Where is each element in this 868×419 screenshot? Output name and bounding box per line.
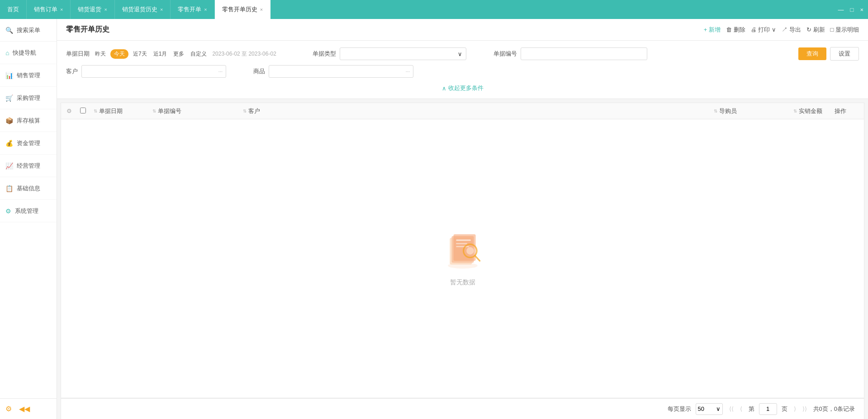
tab-retail-open-history[interactable]: 零售开单历史 × xyxy=(215,0,270,19)
tab-sales-order-close[interactable]: × xyxy=(60,7,63,12)
sidebar-item-base-info[interactable]: 📋 基础信息 xyxy=(0,177,57,200)
print-arrow-icon: ∨ xyxy=(772,26,776,33)
date-shortcut-custom[interactable]: 自定义 xyxy=(189,49,209,59)
page-number-input[interactable] xyxy=(759,403,777,415)
product-filter-input[interactable] xyxy=(269,65,413,78)
sidebar-search[interactable]: 🔍 搜索采单 xyxy=(0,19,57,42)
close-btn[interactable]: × xyxy=(860,6,863,13)
table-col-number[interactable]: ⇅ 单据编号 xyxy=(152,107,243,115)
tab-sales-return[interactable]: 销货退货 × xyxy=(71,0,114,19)
minimize-btn[interactable]: — xyxy=(838,6,844,13)
tab-sales-return-close[interactable]: × xyxy=(104,7,107,12)
add-button[interactable]: + 新增 xyxy=(704,26,721,34)
sidebar-item-purchase-mgmt[interactable]: 🛒 采购管理 xyxy=(0,87,57,109)
tab-home[interactable]: 首页 xyxy=(0,0,27,19)
table-area: ⚙ ⇅ 单据日期 ⇅ 单据编号 ⇅ 客户 ⇅ xyxy=(61,103,864,398)
col-date-label: 单据日期 xyxy=(99,107,123,115)
date-filter-group: 单据日期 昨天 今天 近7天 近1月 更多 自定义 2023-06-02 至 2… xyxy=(66,49,276,59)
col-amount-label: 实销金额 xyxy=(799,107,822,115)
type-filter-label: 单据类型 xyxy=(313,50,336,58)
product-filter-dots: ··· xyxy=(406,69,410,74)
sort-icon-date: ⇅ xyxy=(94,108,97,113)
filter-row-1: 单据日期 昨天 今天 近7天 近1月 更多 自定义 2023-06-02 至 2… xyxy=(66,47,859,61)
tab-sales-order-label: 销售订单 xyxy=(34,5,57,14)
window-controls: — □ × xyxy=(838,6,868,13)
date-shortcut-1month[interactable]: 近1月 xyxy=(152,49,169,59)
check-all-checkbox[interactable] xyxy=(80,108,86,113)
tab-sales-return-history[interactable]: 销货退货历史 × xyxy=(115,0,171,19)
collapse-row[interactable]: ∧ 收起更多条件 xyxy=(66,82,859,96)
sort-icon-customer: ⇅ xyxy=(243,108,247,113)
table-settings-icon[interactable]: ⚙ xyxy=(66,108,72,114)
sidebar-item-quick-nav-label: 快捷导航 xyxy=(13,49,36,57)
first-page-btn[interactable]: ⟨⟨ xyxy=(727,405,735,413)
sidebar-item-inventory-check[interactable]: 📦 库存核算 xyxy=(0,109,57,132)
svg-rect-6 xyxy=(456,246,469,247)
per-page-value: 50 xyxy=(698,405,704,412)
tab-retail-open-label: 零售开单 xyxy=(178,5,201,14)
table-col-date[interactable]: ⇅ 单据日期 xyxy=(94,107,152,115)
tab-home-label: 首页 xyxy=(7,5,19,14)
page-suffix-label: 页 xyxy=(780,404,789,414)
tab-sales-return-history-close[interactable]: × xyxy=(160,7,163,12)
tab-retail-open-close[interactable]: × xyxy=(204,7,207,12)
maximize-btn[interactable]: □ xyxy=(850,6,854,13)
sidebar-item-sales-mgmt-label: 销售管理 xyxy=(17,71,40,80)
sidebar-footer: ⚙ ◀◀ xyxy=(0,398,57,419)
sys-mgmt-icon: ⚙ xyxy=(5,207,11,215)
table-body: 暂无数据 xyxy=(61,119,864,398)
col-guide-label: 导购员 xyxy=(719,107,737,115)
export-button[interactable]: ↗ 导出 xyxy=(782,26,801,34)
print-label: 🖨 打印 xyxy=(751,26,770,34)
customer-filter-group: 客户 ··· xyxy=(66,65,226,78)
last-page-btn[interactable]: ⟩⟩ xyxy=(801,405,809,413)
number-filter-group: 单据编号 xyxy=(493,47,647,60)
table-check-all-col xyxy=(80,108,94,115)
query-buttons: 查询 设置 xyxy=(798,47,859,61)
customer-filter-input[interactable] xyxy=(81,65,226,78)
tab-retail-open[interactable]: 零售开单 × xyxy=(171,0,214,19)
table-settings-col: ⚙ xyxy=(66,108,80,114)
settings-button[interactable]: 设置 xyxy=(830,47,859,61)
print-button[interactable]: 🖨 打印 ∨ xyxy=(751,26,777,34)
svg-point-9 xyxy=(466,247,474,254)
delete-button[interactable]: 🗑 删除 xyxy=(726,26,745,34)
date-shortcut-7days[interactable]: 近7天 xyxy=(131,49,149,59)
type-filter-group: 单据类型 ∨ xyxy=(313,47,466,60)
table-col-customer[interactable]: ⇅ 客户 xyxy=(243,107,714,115)
tab-sales-order[interactable]: 销售订单 × xyxy=(27,0,71,19)
page-prefix-label: 第 xyxy=(747,404,756,414)
filter-row-2: 客户 ··· 商品 ··· xyxy=(66,65,859,78)
settings-icon[interactable]: ⚙ xyxy=(5,405,12,413)
prev-page-btn[interactable]: ⟨ xyxy=(738,405,744,413)
refresh-button[interactable]: ↻ 刷新 xyxy=(806,26,825,34)
product-filter-label: 商品 xyxy=(253,67,265,75)
inventory-check-icon: 📦 xyxy=(5,117,13,124)
sort-icon-amount: ⇅ xyxy=(793,108,797,113)
query-button[interactable]: 查询 xyxy=(798,47,826,60)
date-filter-label: 单据日期 xyxy=(66,50,90,58)
display-detail-checkbox[interactable]: □ 显示明细 xyxy=(830,26,859,34)
table-col-amount[interactable]: ⇅ 实销金额 xyxy=(768,107,822,115)
sidebar-item-sys-mgmt[interactable]: ⚙ 系统管理 xyxy=(0,200,57,222)
sidebar-item-sales-mgmt[interactable]: 📊 销售管理 xyxy=(0,64,57,87)
sidebar-item-ops-mgmt[interactable]: 📈 经营管理 xyxy=(0,155,57,177)
col-action-label: 操作 xyxy=(835,107,846,115)
next-page-btn[interactable]: ⟩ xyxy=(792,405,798,413)
collapse-sidebar-icon[interactable]: ◀◀ xyxy=(19,405,30,413)
date-shortcuts: 昨天 今天 近7天 近1月 更多 自定义 xyxy=(93,49,209,59)
sidebar-item-fund-mgmt[interactable]: 💰 资金管理 xyxy=(0,132,57,155)
main-layout: 🔍 搜索采单 ⌂ 快捷导航 📊 销售管理 🛒 采购管理 📦 库存核算 💰 xyxy=(0,19,868,419)
date-shortcut-today[interactable]: 今天 xyxy=(110,49,128,59)
table-col-guide[interactable]: ⇅ 导购员 xyxy=(714,107,768,115)
per-page-select[interactable]: 50 ∨ xyxy=(696,403,723,415)
date-shortcut-yesterday[interactable]: 昨天 xyxy=(93,49,108,59)
toolbar: + 新增 🗑 删除 🖨 打印 ∨ ↗ 导出 ↻ 刷新 □ 显示明细 xyxy=(704,26,859,34)
svg-rect-5 xyxy=(456,243,467,244)
page-title: 零售开单历史 xyxy=(66,25,704,34)
date-shortcut-more[interactable]: 更多 xyxy=(171,49,186,59)
sidebar-item-quick-nav[interactable]: ⌂ 快捷导航 xyxy=(0,42,57,64)
tab-retail-open-history-close[interactable]: × xyxy=(260,7,263,12)
number-filter-input[interactable] xyxy=(521,47,647,60)
type-filter-select[interactable]: ∨ xyxy=(340,47,466,60)
